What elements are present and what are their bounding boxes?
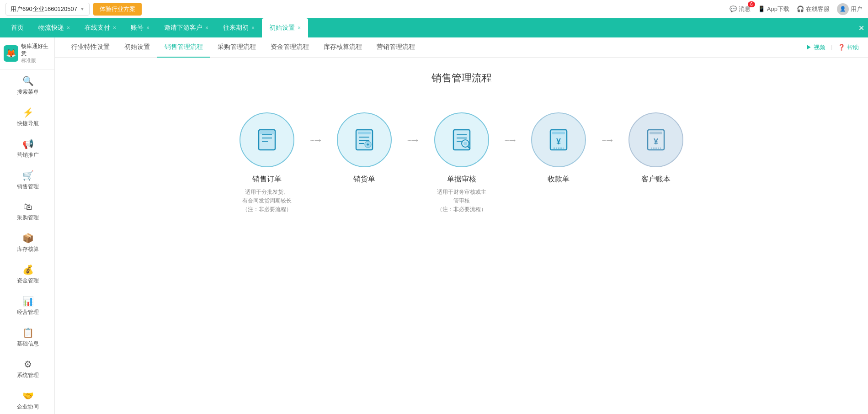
sub-tab-init[interactable]: 初始设置 <box>117 37 157 58</box>
operations-icon: 📊 <box>22 296 34 307</box>
sidebar-item-sales[interactable]: 🛒 销售管理 <box>0 165 54 196</box>
nav-tab-account-label: 账号 <box>131 24 144 32</box>
flow-circle-review[interactable] <box>434 112 489 167</box>
nav-tab-period[interactable]: 往来期初 × <box>216 18 262 37</box>
sidebar-item-system[interactable]: ⚙ 系统管理 <box>0 353 54 385</box>
chevron-down-icon: ▼ <box>80 6 85 11</box>
flow-circle-invoice[interactable] <box>337 112 392 167</box>
marketing-icon: 📢 <box>22 138 34 149</box>
close-icon[interactable]: × <box>251 25 255 31</box>
nav-tab-invite[interactable]: 邀请下游客户 × <box>157 18 216 37</box>
nav-tab-init-label: 初始设置 <box>269 24 295 32</box>
finance-icon: 💰 <box>22 264 34 275</box>
app-download-item[interactable]: 📱 App下载 <box>758 5 789 13</box>
flow-step-ledger: ¥ 客户账本 <box>615 112 697 188</box>
logo-text: 畅库通好生意 <box>21 43 51 57</box>
sub-tab-industry-label: 行业特性设置 <box>71 43 110 50</box>
nav-tabs: 首页 物流快递 × 在线支付 × 账号 × 邀请下游客户 × 往来期初 × 初始… <box>0 18 868 37</box>
service-label: 在线客服 <box>806 5 830 13</box>
flow-step-sales-order: 销售订单 适用于分批发货、有合同发货周期较长（注：非必要流程） <box>226 112 308 214</box>
sub-tab-init-label: 初始设置 <box>124 43 150 50</box>
service-item[interactable]: 🎧 在线客服 <box>797 5 830 13</box>
message-item[interactable]: 💬 消息 6 <box>730 5 751 13</box>
sidebar-finance-label: 资金管理 <box>17 277 39 285</box>
close-icon[interactable]: × <box>298 25 301 31</box>
sub-tab-industry[interactable]: 行业特性设置 <box>64 37 117 58</box>
search-icon: 🔍 <box>22 75 34 86</box>
trial-button[interactable]: 体验行业方案 <box>93 3 142 16</box>
sub-tab-purchase-flow-label: 采购管理流程 <box>218 43 256 50</box>
sidebar-logo: 🦊 畅库通好生意 标准版 <box>0 37 54 70</box>
flow-circle-ledger[interactable]: ¥ <box>628 112 683 167</box>
sales-icon: 🛒 <box>22 170 34 181</box>
avatar: 👤 <box>837 3 849 15</box>
sidebar-system-label: 系统管理 <box>17 372 39 379</box>
sidebar: 🦊 畅库通好生意 标准版 🔍 搜索菜单 ⚡ 快捷导航 📢 营销推广 🛒 销售管理… <box>0 37 55 414</box>
app-label: App下载 <box>767 5 789 13</box>
help-link[interactable]: ❓ 帮助 <box>838 43 859 52</box>
flow-desc-review: 适用于财务审核或主管审核（注：非必要流程） <box>437 188 486 214</box>
nav-tab-init[interactable]: 初始设置 × <box>262 18 308 37</box>
sidebar-item-search[interactable]: 🔍 搜索菜单 <box>0 70 54 101</box>
close-icon[interactable]: × <box>205 25 208 31</box>
app-icon: 📱 <box>758 5 765 12</box>
nav-tab-home-label: 首页 <box>11 24 24 32</box>
message-badge: 6 <box>748 1 755 7</box>
sub-tab-inventory-flow[interactable]: 库存核算流程 <box>316 37 369 58</box>
sidebar-enterprise-label: 企业协同 <box>17 403 39 411</box>
sidebar-item-enterprise[interactable]: 🤝 企业协同 <box>0 385 54 414</box>
sub-tab-marketing-flow-label: 营销管理流程 <box>377 43 415 50</box>
sidebar-sales-label: 销售管理 <box>17 183 39 191</box>
user-selector-text: 用户690企业1660120507 <box>11 5 77 13</box>
close-icon[interactable]: × <box>146 25 149 31</box>
nav-tab-logistics[interactable]: 物流快递 × <box>31 18 77 37</box>
sidebar-purchase-label: 采购管理 <box>17 214 39 222</box>
flow-circle-receipt[interactable]: ¥ <box>531 112 586 167</box>
lightning-icon: ⚡ <box>22 107 34 118</box>
flow-circle-sales-order[interactable] <box>240 112 294 167</box>
sidebar-item-marketing[interactable]: 📢 营销推广 <box>0 133 54 165</box>
sales-order-icon <box>254 127 280 153</box>
sidebar-item-basic-info[interactable]: 📋 基础信息 <box>0 322 54 353</box>
sub-tab-finance-flow[interactable]: 资金管理流程 <box>263 37 316 58</box>
svg-rect-21 <box>552 132 565 134</box>
svg-rect-6 <box>358 132 371 134</box>
nav-tab-payment-label: 在线支付 <box>85 24 110 32</box>
close-icon[interactable]: × <box>67 25 70 31</box>
nav-tab-payment[interactable]: 在线支付 × <box>77 18 123 37</box>
svg-point-18 <box>463 142 467 145</box>
close-all-tabs-button[interactable]: ✕ <box>858 24 864 32</box>
flow-arrow-3: --→ <box>503 112 518 146</box>
flow-diagram: 销售订单 适用于分批发货、有合同发货周期较长（注：非必要流程） --→ <box>64 112 859 214</box>
close-icon[interactable]: × <box>113 25 116 31</box>
ledger-icon: ¥ <box>643 127 669 153</box>
sidebar-operations-label: 经营管理 <box>17 308 39 316</box>
nav-tab-home[interactable]: 首页 <box>4 18 31 37</box>
user-selector[interactable]: 用户690企业1660120507 ▼ <box>5 3 90 16</box>
nav-tab-period-label: 往来期初 <box>223 24 249 32</box>
sub-tab-purchase-flow[interactable]: 采购管理流程 <box>210 37 263 58</box>
flow-label-ledger: 客户账本 <box>641 175 671 184</box>
invoice-icon <box>351 127 377 153</box>
logo-text-block: 畅库通好生意 标准版 <box>21 43 51 64</box>
sub-tab-finance-flow-label: 资金管理流程 <box>271 43 309 50</box>
sub-tab-sales-flow[interactable]: 销售管理流程 <box>157 37 210 58</box>
flow-label-invoice: 销货单 <box>353 175 375 184</box>
system-icon: ⚙ <box>24 359 32 370</box>
sidebar-item-operations[interactable]: 📊 经营管理 <box>0 290 54 322</box>
sidebar-item-finance[interactable]: 💰 资金管理 <box>0 259 54 290</box>
sidebar-search-label: 搜索菜单 <box>17 88 39 96</box>
sidebar-item-quick-nav[interactable]: ⚡ 快捷导航 <box>0 101 54 133</box>
user-item[interactable]: 👤 用户 <box>837 3 863 15</box>
video-help-link[interactable]: ▶ 视频 <box>806 43 825 52</box>
sub-tab-marketing-flow[interactable]: 营销管理流程 <box>369 37 422 58</box>
flow-step-invoice: 销货单 <box>323 112 405 188</box>
flow-step-review: 单据审核 适用于财务审核或主管审核（注：非必要流程） <box>421 112 503 214</box>
sidebar-item-inventory[interactable]: 📦 库存核算 <box>0 227 54 259</box>
flow-step-receipt: ¥ 收款单 <box>517 112 600 188</box>
svg-rect-25 <box>650 132 662 134</box>
sidebar-item-purchase[interactable]: 🛍 采购管理 <box>0 196 54 227</box>
nav-tab-account[interactable]: 账号 × <box>123 18 157 37</box>
logo-sub: 标准版 <box>21 57 51 64</box>
sub-tabs: 行业特性设置 初始设置 销售管理流程 采购管理流程 资金管理流程 库存核算流程 … <box>55 37 868 58</box>
